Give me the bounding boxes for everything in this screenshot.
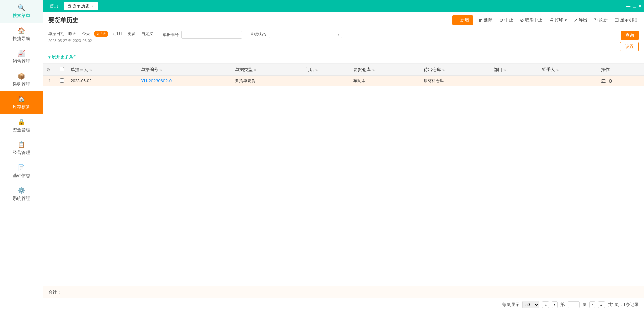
delete-button[interactable]: 🗑 删除 <box>477 16 494 24</box>
tab-close-icon[interactable]: × <box>92 4 94 8</box>
prev-page-button[interactable]: ‹ <box>552 301 558 308</box>
print-button[interactable]: 🖨 打印 ▾ <box>548 16 568 24</box>
date-option-yesterday[interactable]: 昨天 <box>67 31 78 37</box>
sidebar-item-sales-mgmt[interactable]: 📈 销售管理 <box>0 46 43 69</box>
row-actions: 🖼 ⚙ <box>598 76 644 86</box>
order-no-input[interactable] <box>181 31 242 39</box>
date-option-today[interactable]: 今天 <box>80 31 91 37</box>
col-order-no[interactable]: 单据编号 ⇅ <box>138 64 231 76</box>
col-type[interactable]: 单据类型 ⇅ <box>232 64 302 76</box>
status-select[interactable]: ▾ <box>269 31 342 38</box>
sidebar-item-finance-mgmt[interactable]: 🔒 资金管理 <box>0 114 43 137</box>
date-option-7days[interactable]: 近7天 <box>94 31 108 37</box>
filter-row: 单据日期 昨天 今天 近7天 近1月 更多 自定义 2023-05-27 至 2… <box>48 31 639 51</box>
system-icon: ⚙️ <box>18 187 25 194</box>
sidebar-item-system-mgmt[interactable]: ⚙️ 系统管理 <box>0 183 43 206</box>
col-req-warehouse[interactable]: 要货仓库 ⇅ <box>350 64 420 76</box>
table-row[interactable]: 1 2023-06-02 YH-20230602-0 要货单要货 车间库 原材料… <box>43 76 644 86</box>
expand-more-label: 展开更多条件 <box>52 54 78 60</box>
sort-icon: ⇅ <box>315 68 318 72</box>
col-handler[interactable]: 经手人 ⇅ <box>539 64 598 76</box>
sales-icon: 📈 <box>18 50 25 57</box>
checkbox-icon: ☐ <box>614 17 619 23</box>
query-button[interactable]: 查询 <box>621 31 639 40</box>
tab-order-history[interactable]: 要货单历史 × <box>64 2 98 10</box>
page-label: 第 <box>560 302 565 308</box>
sidebar-item-inventory-calc[interactable]: 🏠 库存核算 <box>0 91 43 114</box>
per-page-select[interactable]: 50 10 20 100 <box>522 301 539 308</box>
sidebar-item-label: 基础信息 <box>13 173 30 179</box>
col-settings[interactable]: ⚙ <box>43 64 56 76</box>
window-close-icon[interactable]: × <box>639 3 641 9</box>
sidebar-item-search-menu[interactable]: 🔍 搜索菜单 <box>0 0 43 23</box>
delete-icon: 🗑 <box>478 17 483 23</box>
stop-button[interactable]: ⊘ 中止 <box>498 16 515 24</box>
per-page-label: 每页显示 <box>502 302 520 308</box>
tab-bar: 首页 要货单历史 × — □ × <box>43 0 644 12</box>
sidebar-item-operations-mgmt[interactable]: 📋 经营管理 <box>0 137 43 160</box>
sidebar-item-label: 采购管理 <box>13 81 30 87</box>
window-controls: — □ × <box>626 3 641 9</box>
col-store[interactable]: 门店 ⇅ <box>302 64 350 76</box>
status-input[interactable] <box>272 32 338 37</box>
inventory-icon: 🏠 <box>18 95 25 103</box>
display-detail-label: 显示明细 <box>620 17 637 23</box>
chevron-down-icon: ▾ <box>338 33 339 36</box>
export-button[interactable]: ↗ 导出 <box>572 16 589 24</box>
col-pending-warehouse[interactable]: 待出仓库 ⇅ <box>420 64 490 76</box>
sidebar-item-basic-info[interactable]: 📄 基础信息 <box>0 160 43 183</box>
table-header-row: ⚙ 单据日期 ⇅ 单据编号 ⇅ <box>43 64 644 76</box>
page-title: 要货单历史 <box>48 16 78 24</box>
settings-button[interactable]: 设置 <box>620 42 639 51</box>
page-suffix: 页 <box>582 302 587 308</box>
refresh-icon: ↻ <box>594 17 598 23</box>
next-page-button[interactable]: › <box>589 301 595 308</box>
sidebar-item-label: 销售管理 <box>13 58 30 64</box>
date-option-custom[interactable]: 自定义 <box>140 31 155 37</box>
maximize-icon[interactable]: □ <box>633 3 636 9</box>
home-icon: 🏠 <box>18 27 25 34</box>
date-option-1month[interactable]: 近1月 <box>111 31 124 37</box>
view-action-icon[interactable]: 🖼 <box>601 78 606 84</box>
date-range-text: 2023-05-27 至 2023-06-02 <box>48 38 155 43</box>
minimize-icon[interactable]: — <box>626 3 630 9</box>
print-icon: 🖨 <box>549 17 554 23</box>
row-num: 1 <box>43 76 56 86</box>
order-no-filter-group: 单据编号 <box>163 31 242 39</box>
sidebar-item-label: 资金管理 <box>13 127 30 133</box>
tab-home[interactable]: 首页 <box>46 2 62 10</box>
content-area: 要货单历史 + 新增 🗑 删除 ⊘ 中止 ⊘ 取消中止 🖨 打印 <box>43 12 644 311</box>
date-option-more[interactable]: 更多 <box>126 31 137 37</box>
sort-icon: ⇅ <box>503 68 506 72</box>
edit-action-icon[interactable]: ⚙ <box>608 78 613 84</box>
col-dept[interactable]: 部门 ⇅ <box>490 64 539 76</box>
tab-home-label: 首页 <box>50 3 58 9</box>
order-no-link[interactable]: YH-20230602-0 <box>141 78 172 83</box>
sort-icon: ⇅ <box>372 68 375 72</box>
export-icon: ↗ <box>574 17 578 23</box>
display-detail-toggle[interactable]: ☐ 显示明细 <box>613 16 639 24</box>
sidebar: 🔍 搜索菜单 🏠 快捷导航 📈 销售管理 📦 采购管理 🏠 库存核算 🔒 资金管… <box>0 0 43 311</box>
cancel-stop-button[interactable]: ⊘ 取消中止 <box>519 16 544 24</box>
expand-more-button[interactable]: ▾ 展开更多条件 <box>48 54 639 60</box>
row-pending-warehouse: 原材料仓库 <box>420 76 490 86</box>
order-no-label: 单据编号 <box>163 32 179 38</box>
select-all-checkbox[interactable] <box>60 67 64 71</box>
refresh-button[interactable]: ↻ 刷新 <box>593 16 609 24</box>
pagination: 每页显示 50 10 20 100 « ‹ 第 1 页 › » 共1页，1条记录 <box>43 298 644 311</box>
col-date[interactable]: 单据日期 ⇅ <box>67 64 138 76</box>
refresh-label: 刷新 <box>599 17 608 23</box>
last-page-button[interactable]: » <box>598 301 605 308</box>
row-checkbox[interactable] <box>60 78 64 83</box>
sidebar-item-label: 库存核算 <box>13 104 30 110</box>
col-action: 操作 <box>598 64 644 76</box>
first-page-button[interactable]: « <box>542 301 549 308</box>
settings-col-icon: ⚙ <box>46 67 50 72</box>
page-input[interactable]: 1 <box>568 301 580 308</box>
row-order-no: YH-20230602-0 <box>138 76 231 86</box>
new-button[interactable]: + 新增 <box>452 15 473 25</box>
filter-buttons: 查询 设置 <box>620 31 639 51</box>
tab-order-history-label: 要货单历史 <box>68 3 90 9</box>
sidebar-item-purchase-mgmt[interactable]: 📦 采购管理 <box>0 69 43 91</box>
sidebar-item-quick-nav[interactable]: 🏠 快捷导航 <box>0 23 43 46</box>
